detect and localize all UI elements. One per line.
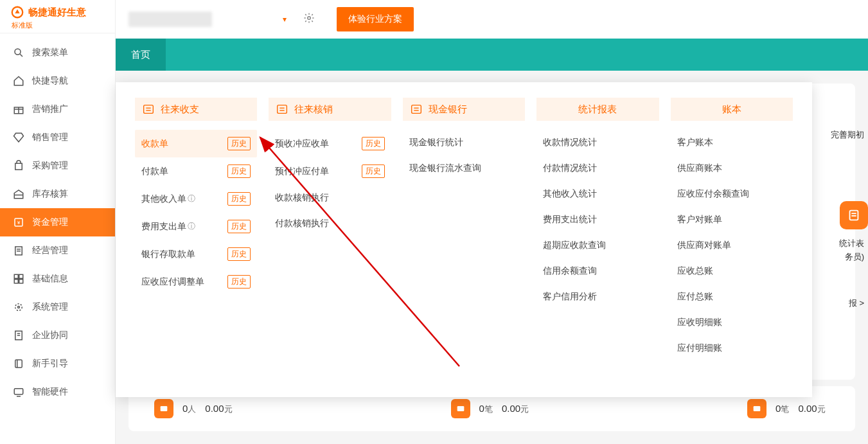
tab-home[interactable]: 首页: [116, 39, 166, 71]
svg-rect-27: [851, 213, 856, 214]
sidebar-item-clipboard[interactable]: 经营管理: [0, 236, 115, 265]
mega-item-label: 信用余额查询: [543, 265, 597, 277]
mega-item-label: 应收应付调整单: [141, 276, 204, 288]
svg-rect-21: [15, 360, 22, 368]
sidebar-item-money[interactable]: ¥资金管理: [0, 208, 115, 236]
history-tag[interactable]: 历史: [227, 247, 251, 261]
sidebar-item-label: 营销推广: [32, 103, 68, 115]
gift-icon: [13, 103, 24, 115]
mega-item[interactable]: 费用支出统计: [536, 207, 659, 233]
doc-icon: [275, 102, 289, 116]
mega-item[interactable]: 预付冲应付单历史: [269, 157, 391, 185]
history-tag[interactable]: 历史: [227, 137, 251, 150]
sidebar-item-grid[interactable]: 基础信息: [0, 265, 115, 293]
mega-item[interactable]: 其他收入统计: [536, 181, 659, 207]
history-tag[interactable]: 历史: [227, 192, 251, 206]
sidebar-item-book[interactable]: 新手引导: [0, 350, 115, 378]
mega-header: 往来收支: [135, 98, 257, 121]
gear-icon[interactable]: [303, 12, 315, 26]
warehouse-icon: [13, 188, 24, 200]
mega-item[interactable]: 现金银行统计: [403, 130, 525, 155]
svg-text:¥: ¥: [17, 220, 21, 226]
mega-column: 现金银行现金银行统计现金银行流水查询: [403, 98, 525, 371]
gear-icon: [13, 301, 24, 313]
sidebar-item-doc[interactable]: 企业协同: [0, 321, 115, 350]
svg-rect-32: [278, 105, 287, 114]
svg-rect-12: [14, 274, 18, 278]
stat-icon: [154, 399, 173, 418]
mega-item[interactable]: 应收明细账: [671, 310, 793, 335]
mega-item-label: 付款核销执行: [275, 218, 329, 229]
money-icon: ¥: [13, 217, 24, 228]
experience-plan-button[interactable]: 体验行业方案: [337, 7, 414, 31]
history-tag[interactable]: 历史: [362, 164, 385, 178]
mega-item[interactable]: 应付明细账: [671, 335, 793, 361]
sidebar-item-label: 经营管理: [32, 245, 68, 256]
cart-icon: [13, 160, 24, 172]
help-icon[interactable]: ⓘ: [188, 221, 195, 232]
mega-item[interactable]: 其他收入单ⓘ历史: [135, 185, 257, 213]
svg-rect-29: [144, 105, 154, 114]
mega-item-label: 现金银行统计: [409, 137, 463, 148]
history-tag[interactable]: 历史: [227, 164, 251, 178]
sidebar-item-warehouse[interactable]: 库存核算: [0, 180, 115, 208]
sidebar-item-label: 库存核算: [32, 188, 68, 200]
sidebar-item-label: 资金管理: [32, 217, 68, 228]
stat-text: 0笔0.00元: [775, 403, 826, 415]
sidebar-item-tv[interactable]: 智能硬件: [0, 378, 115, 406]
mega-item[interactable]: 收款单历史: [135, 130, 257, 157]
mega-item[interactable]: 应收总账: [671, 258, 793, 284]
sidebar-item-cart[interactable]: 采购管理: [0, 152, 115, 180]
mega-item-label: 应收总账: [677, 265, 713, 277]
svg-point-25: [308, 17, 311, 20]
sidebar-item-label: 企业协同: [32, 330, 68, 341]
right-edge-panel: 完善期初 统计表务员) 报 >: [829, 77, 868, 310]
help-icon[interactable]: ⓘ: [188, 193, 195, 204]
history-tag[interactable]: 历史: [227, 220, 251, 233]
mega-item[interactable]: 应付总账: [671, 284, 793, 310]
chevron-down-icon[interactable]: ▾: [283, 15, 287, 24]
mega-column: 账本客户账本供应商账本应收应付余额查询客户对账单供应商对账单应收总账应付总账应收…: [671, 98, 793, 371]
mega-item[interactable]: 付款核销执行: [269, 211, 391, 236]
mega-item[interactable]: 银行存取款单历史: [135, 240, 257, 268]
sidebar-item-gear[interactable]: 系统管理: [0, 293, 115, 321]
sidebar-item-gift[interactable]: 营销推广: [0, 95, 115, 123]
mega-item-label: 银行存取款单: [141, 249, 195, 260]
mega-item[interactable]: 付款情况统计: [536, 155, 659, 181]
mega-item[interactable]: 预收冲应收单历史: [269, 130, 391, 157]
mega-item[interactable]: 供应商账本: [671, 155, 793, 181]
svg-point-16: [15, 304, 22, 311]
mega-item[interactable]: 供应商对账单: [671, 233, 793, 258]
mega-header: 账本: [671, 98, 793, 121]
diamond-icon: [13, 132, 24, 143]
stat-group: 0人0.00元: [154, 399, 233, 418]
mega-item[interactable]: 信用余额查询: [536, 258, 659, 284]
history-tag[interactable]: 历史: [227, 275, 251, 289]
mega-item-label: 其他收入单ⓘ: [141, 193, 195, 205]
sidebar-item-diamond[interactable]: 销售管理: [0, 123, 115, 152]
mega-item[interactable]: 应收应付余额查询: [671, 181, 793, 207]
mega-item[interactable]: 客户账本: [671, 130, 793, 155]
mega-item-label: 供应商对账单: [677, 240, 731, 251]
mega-item[interactable]: 收款核销执行: [269, 185, 391, 211]
mega-column: 往来核销预收冲应收单历史预付冲应付单历史收款核销执行付款核销执行: [269, 98, 391, 371]
mega-item[interactable]: 付款单历史: [135, 157, 257, 185]
mega-item[interactable]: 客户对账单: [671, 207, 793, 233]
tab-bar: 首页: [116, 39, 868, 71]
sidebar-item-search[interactable]: 搜索菜单: [0, 39, 115, 67]
mega-item[interactable]: 费用支出单ⓘ历史: [135, 213, 257, 240]
mega-item[interactable]: 应收应付调整单历史: [135, 268, 257, 296]
mega-item[interactable]: 现金银行流水查询: [403, 155, 525, 181]
mega-item[interactable]: 客户信用分析: [536, 284, 659, 310]
sidebar-item-label: 销售管理: [32, 132, 68, 143]
svg-point-17: [18, 306, 20, 308]
mega-menu: 往来收支收款单历史付款单历史其他收入单ⓘ历史费用支出单ⓘ历史银行存取款单历史应收…: [116, 82, 812, 397]
history-tag[interactable]: 历史: [362, 137, 385, 150]
mega-item[interactable]: 超期应收款查询: [536, 233, 659, 258]
edge-icon[interactable]: [840, 201, 868, 229]
sidebar-item-label: 基础信息: [32, 273, 68, 285]
mega-item[interactable]: 收款情况统计: [536, 130, 659, 155]
sidebar-item-home[interactable]: 快捷导航: [0, 67, 115, 95]
svg-line-2: [20, 54, 22, 57]
mega-header-text: 现金银行: [429, 103, 467, 116]
